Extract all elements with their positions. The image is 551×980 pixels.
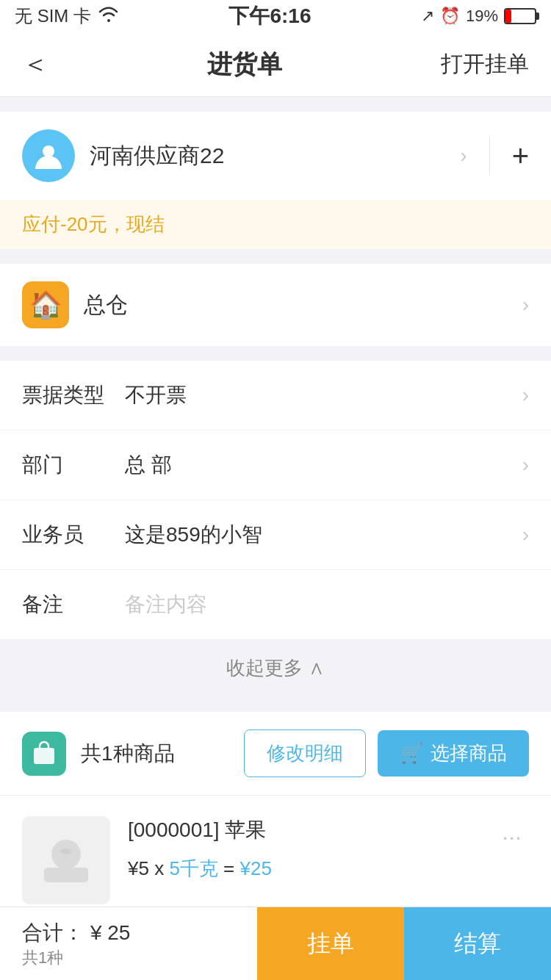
price-value: ¥5 [128,857,149,879]
dept-chevron: › [522,453,529,477]
warehouse-row[interactable]: 🏠 总仓 › [0,264,551,346]
content-area: 河南供应商22 › + 应付-20元，现结 🏠 总仓 › 票据类型 不开票 › … [0,112,551,980]
warehouse-name: 总仓 [84,290,522,320]
location-icon: ↗ [421,7,434,26]
svg-rect-1 [34,748,54,764]
note-row[interactable]: 备注 备注内容 [0,570,551,639]
price-separator: x [154,857,169,879]
warehouse-chevron: › [522,293,529,317]
supplier-right: › + [460,137,529,174]
supplier-avatar [22,129,75,182]
total-value: ¥25 [240,857,272,879]
salesperson-row[interactable]: 业务员 这是859的小智 › [0,500,551,570]
product-section: 共1种商品 修改明细 🛒 选择商品 [0000001] 苹果 [0,712,551,925]
page-title: 进货单 [207,48,282,82]
product-info: [0000001] 苹果 ¥5 x 5千克 = ¥25 [128,816,494,882]
edit-detail-button[interactable]: 修改明细 [244,729,366,777]
battery-icon [504,8,536,24]
product-title: 苹果 [225,818,266,841]
product-more-button[interactable]: ··· [494,816,529,858]
status-left: 无 SIM 卡 [15,4,119,28]
quantity-value: 5千克 [169,857,217,879]
hang-button[interactable]: 挂单 [257,907,404,981]
note-input[interactable]: 备注内容 [125,591,529,619]
select-product-icon: 🛒 [400,742,423,765]
salesperson-value: 这是859的小智 [125,521,522,549]
ticket-label: 票据类型 [22,381,125,409]
carrier-label: 无 SIM 卡 [15,4,91,28]
battery-percent: 19% [466,7,498,26]
bottom-bar: 合计： ¥ 25 共1种 挂单 结算 [0,907,551,980]
svg-point-3 [60,849,72,854]
svg-point-0 [43,145,54,157]
salesperson-chevron: › [522,523,529,547]
total-value: ¥ 25 [90,921,131,944]
salesperson-label: 业务员 [22,521,125,549]
product-name: [0000001] 苹果 [128,816,494,844]
wifi-icon [98,6,119,26]
total-label: 合计： [22,921,84,944]
ticket-value: 不开票 [125,381,522,409]
dept-value: 总 部 [125,451,522,479]
status-bar: 无 SIM 卡 下午6:16 ↗ ⏰ 19% [0,0,551,32]
product-header: 共1种商品 修改明细 🛒 选择商品 [0,712,551,796]
form-section: 票据类型 不开票 › 部门 总 部 › 业务员 这是859的小智 › 备注 备注… [0,361,551,639]
supplier-section: 河南供应商22 › + 应付-20元，现结 [0,112,551,249]
alarm-icon: ⏰ [440,7,460,26]
ticket-chevron: › [522,383,529,407]
supplier-notice: 应付-20元，现结 [0,200,551,249]
select-product-label: 选择商品 [431,741,507,766]
dept-label: 部门 [22,451,125,479]
supplier-chevron: › [460,144,467,167]
select-product-button[interactable]: 🛒 选择商品 [378,730,529,777]
divider [489,137,490,174]
back-button[interactable]: ＜ [22,46,48,82]
total-amount: 合计： ¥ 25 [22,918,235,947]
settle-button[interactable]: 结算 [404,907,551,981]
total-section: 合计： ¥ 25 共1种 [0,918,257,969]
supplier-name: 河南供应商22 [90,141,460,171]
status-time: 下午6:16 [228,2,311,30]
nav-bar: ＜ 进货单 打开挂单 [0,32,551,97]
note-label: 备注 [22,591,125,619]
product-item: [0000001] 苹果 ¥5 x 5千克 = ¥25 ··· [0,796,551,925]
collapse-bar[interactable]: 收起更多 ∧ [0,639,551,697]
ticket-row[interactable]: 票据类型 不开票 › [0,361,551,430]
product-icon [22,732,66,776]
product-price: ¥5 x 5千克 = ¥25 [128,856,494,882]
add-supplier-button[interactable]: + [512,140,529,173]
svg-rect-4 [44,868,88,882]
supplier-row[interactable]: 河南供应商22 › + [0,112,551,200]
battery-fill [505,10,511,23]
product-code: [0000001] [128,818,220,841]
warehouse-icon: 🏠 [22,281,69,328]
equals-sign: = [223,857,240,879]
dept-row[interactable]: 部门 总 部 › [0,430,551,500]
product-count: 共1种商品 [81,740,244,768]
total-count: 共1种 [22,947,235,969]
status-right: ↗ ⏰ 19% [421,7,536,26]
warehouse-section: 🏠 总仓 › [0,264,551,346]
open-hang-button[interactable]: 打开挂单 [441,49,529,79]
product-thumbnail [22,816,110,904]
